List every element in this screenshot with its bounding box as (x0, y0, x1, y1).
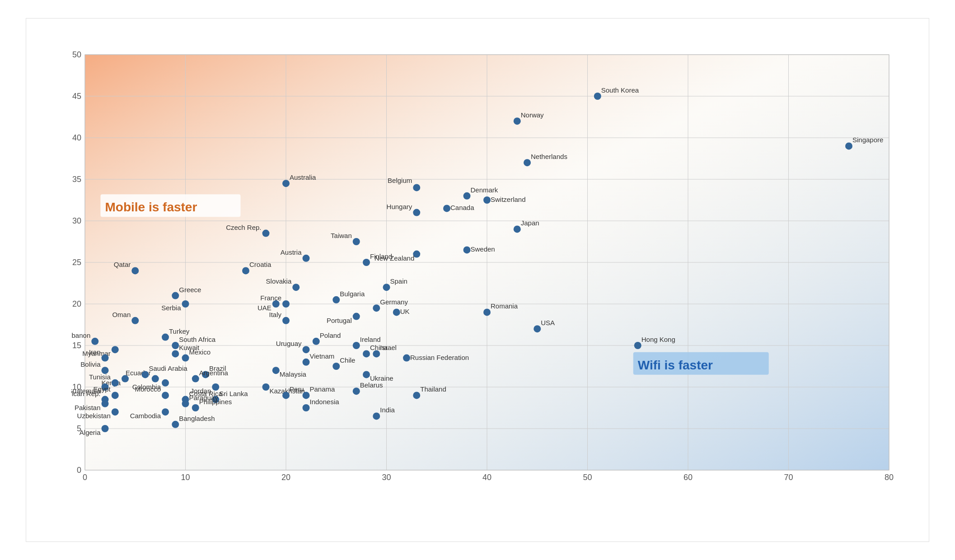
svg-text:Cambodia: Cambodia (130, 412, 161, 420)
svg-text:Slovakia: Slovakia (266, 277, 292, 285)
svg-text:Finland: Finland (370, 252, 392, 260)
svg-text:Canada: Canada (450, 204, 474, 211)
svg-point-52 (845, 142, 852, 149)
svg-text:UK: UK (400, 308, 410, 315)
svg-point-60 (413, 209, 420, 216)
chart-svg: 0102030405060708005101520253035404550Mob… (71, 46, 903, 488)
svg-text:Singapore: Singapore (852, 136, 883, 144)
svg-point-46 (594, 93, 601, 100)
svg-point-196 (112, 408, 119, 415)
svg-point-64 (282, 180, 290, 187)
svg-point-58 (483, 196, 491, 204)
svg-text:Sweden: Sweden (471, 245, 495, 253)
svg-text:Algeria: Algeria (80, 429, 101, 436)
svg-point-140 (363, 371, 370, 378)
svg-text:USA: USA (541, 319, 555, 327)
svg-text:Netherlands: Netherlands (531, 153, 567, 160)
svg-point-84 (282, 300, 290, 308)
svg-text:Philippines: Philippines (199, 398, 232, 406)
svg-text:Spain: Spain (390, 277, 407, 285)
svg-text:Morocco: Morocco (135, 385, 161, 393)
svg-point-86 (242, 267, 249, 274)
svg-text:10: 10 (181, 473, 190, 482)
svg-text:Hong Kong: Hong Kong (641, 336, 675, 343)
svg-text:50: 50 (72, 50, 81, 59)
svg-text:Tunisia: Tunisia (89, 373, 111, 381)
svg-point-128 (112, 346, 119, 353)
svg-text:India: India (380, 406, 395, 414)
svg-text:Norway: Norway (521, 111, 544, 119)
svg-point-124 (131, 317, 139, 324)
svg-text:Iran: Iran (89, 348, 101, 356)
svg-text:Switzerland: Switzerland (491, 196, 526, 203)
svg-point-100 (272, 300, 280, 308)
svg-point-88 (332, 296, 340, 303)
svg-text:Mexico: Mexico (189, 348, 211, 356)
svg-point-122 (172, 342, 179, 349)
svg-text:South Korea: South Korea (601, 86, 639, 94)
svg-text:Chile: Chile (340, 356, 355, 364)
svg-text:Croatia: Croatia (249, 261, 272, 268)
svg-point-50 (524, 159, 531, 166)
svg-point-172 (353, 387, 360, 395)
svg-point-134 (303, 359, 310, 366)
svg-point-146 (192, 375, 199, 383)
svg-point-136 (332, 363, 340, 370)
svg-text:Indonesia: Indonesia (310, 398, 340, 406)
svg-point-198 (162, 408, 169, 415)
svg-point-68 (463, 246, 471, 253)
chart-container: 0102030405060708005101520253035404550Mob… (26, 18, 929, 542)
svg-text:Japan: Japan (521, 219, 539, 227)
svg-text:60: 60 (683, 473, 693, 482)
svg-text:Hungary: Hungary (387, 203, 412, 210)
svg-point-76 (303, 255, 310, 262)
svg-text:Dominican Rep.: Dominican Rep. (71, 390, 101, 397)
svg-point-152 (142, 371, 149, 378)
svg-text:15: 15 (72, 341, 81, 350)
svg-text:Bolivia: Bolivia (80, 360, 101, 368)
svg-point-194 (373, 412, 380, 420)
svg-text:35: 35 (72, 175, 81, 184)
svg-text:Italy: Italy (269, 311, 281, 318)
svg-text:Qatar: Qatar (114, 261, 131, 268)
svg-point-48 (514, 117, 521, 125)
svg-point-174 (413, 392, 420, 399)
svg-text:Turkey: Turkey (169, 327, 190, 335)
svg-text:Israel: Israel (380, 344, 397, 351)
svg-text:30: 30 (72, 216, 81, 225)
svg-text:50: 50 (583, 473, 592, 482)
svg-text:Taiwan: Taiwan (331, 232, 352, 239)
svg-point-106 (182, 300, 189, 308)
svg-text:45: 45 (72, 92, 81, 101)
svg-point-80 (383, 284, 390, 291)
svg-point-144 (272, 367, 280, 374)
svg-text:Malaysia: Malaysia (280, 370, 307, 378)
svg-point-190 (192, 404, 199, 411)
svg-text:20: 20 (281, 473, 290, 482)
svg-point-132 (182, 355, 189, 362)
svg-point-168 (282, 392, 290, 399)
svg-point-170 (303, 392, 310, 399)
svg-text:30: 30 (382, 473, 391, 482)
svg-point-126 (91, 338, 98, 345)
svg-text:Uruguay: Uruguay (276, 340, 302, 347)
svg-point-186 (102, 400, 109, 407)
svg-point-66 (514, 225, 521, 233)
svg-text:Argentina: Argentina (199, 369, 229, 377)
svg-point-94 (353, 313, 360, 320)
svg-point-92 (393, 308, 400, 316)
svg-text:Austria: Austria (281, 248, 302, 256)
svg-text:Belarus: Belarus (360, 381, 383, 389)
svg-text:Mobile is faster: Mobile is faster (105, 200, 197, 214)
svg-point-118 (373, 350, 380, 357)
svg-point-120 (162, 334, 169, 341)
svg-point-62 (443, 205, 450, 212)
svg-point-72 (353, 238, 360, 245)
svg-text:Oman: Oman (112, 311, 131, 318)
svg-text:Germany: Germany (380, 298, 408, 306)
svg-text:Belgium: Belgium (388, 177, 412, 184)
svg-point-82 (292, 284, 300, 291)
svg-text:Pakistan: Pakistan (75, 404, 101, 411)
svg-text:Bulgaria: Bulgaria (340, 290, 365, 298)
svg-point-74 (363, 259, 370, 266)
